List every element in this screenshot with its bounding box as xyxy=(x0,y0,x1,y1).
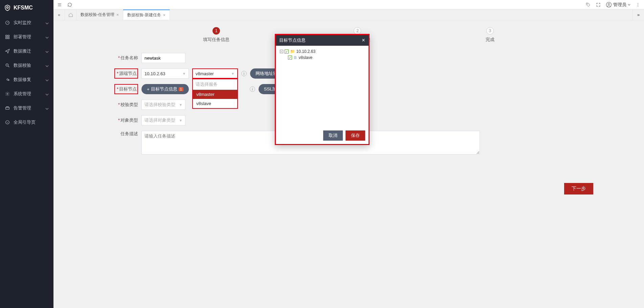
folder-icon: 📁 xyxy=(290,49,295,54)
cancel-button[interactable]: 取消 xyxy=(323,130,343,141)
close-icon[interactable]: × xyxy=(362,37,365,43)
tree-root-label[interactable]: 10.10.2.63 xyxy=(296,49,316,54)
modal-footer: 取消 保存 xyxy=(276,127,369,144)
modal-mask: 目标节点信息 × − ✓ 📁 10.10.2.63 ✓ 🗎 v8slave 取消… xyxy=(0,0,644,308)
modal-body: − ✓ 📁 10.10.2.63 ✓ 🗎 v8slave xyxy=(276,46,369,127)
tree-root-row: − ✓ 📁 10.10.2.63 xyxy=(280,49,364,54)
save-button[interactable]: 保存 xyxy=(346,130,365,141)
tree-collapse-icon[interactable]: − xyxy=(280,50,283,53)
tree-child-label[interactable]: v8slave xyxy=(299,55,313,60)
target-node-modal: 目标节点信息 × − ✓ 📁 10.10.2.63 ✓ 🗎 v8slave 取消… xyxy=(275,34,370,145)
modal-header: 目标节点信息 × xyxy=(276,35,369,46)
tree-child-row: ✓ 🗎 v8slave xyxy=(288,55,364,60)
modal-title: 目标节点信息 xyxy=(279,37,306,43)
tree-checkbox[interactable]: ✓ xyxy=(285,49,289,54)
tree-checkbox[interactable]: ✓ xyxy=(288,56,292,60)
file-icon: 🗎 xyxy=(293,55,297,60)
